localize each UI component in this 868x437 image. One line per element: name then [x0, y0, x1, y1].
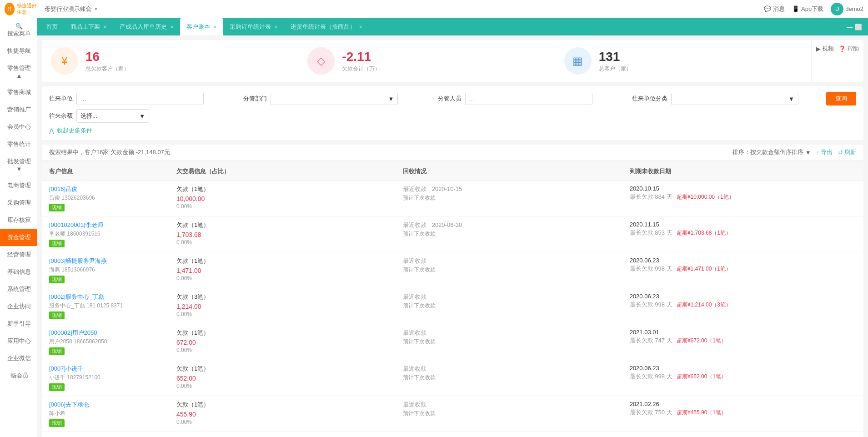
tab-purchase-order-stats-label: 采购订单统计表	[230, 23, 271, 31]
retail-mgmt-arrow-icon: ▲	[16, 72, 22, 79]
export-button[interactable]: ↑ 导出	[817, 148, 833, 156]
help-button[interactable]: ❓ 帮助	[838, 45, 859, 53]
filter-dept-select[interactable]: ▼	[271, 93, 398, 105]
last-collection-label-6: 最近收款	[403, 401, 426, 408]
overdue-days-3: 最长欠款 998 天 超期¥1,214.00（3笔）	[630, 301, 856, 309]
overdue-amount-1[interactable]: 超期¥1,703.68（1笔）	[677, 230, 731, 236]
overdue-amount-6[interactable]: 超期¥455.90（1笔）	[677, 409, 727, 416]
customer-name-2[interactable]: [0003]畅捷服务尹海燕	[49, 257, 176, 265]
sidebar-item-system[interactable]: 系统管理	[0, 281, 37, 298]
overdue-amount-5[interactable]: 超期¥652.00（1笔）	[677, 373, 727, 380]
last-collection-5: 最近收款	[403, 365, 629, 373]
filter-row-2: 往来余额 选择... ▼	[49, 109, 856, 123]
sidebar-item-quick-nav[interactable]: 快捷导航	[0, 42, 37, 60]
operations-label: 经营管理	[4, 251, 35, 259]
filter-collapse-icon: ⋀	[49, 127, 54, 134]
message-button[interactable]: 💬 消息	[764, 5, 785, 13]
tab-customer-ledger-close-icon[interactable]: ✕	[213, 25, 217, 30]
tab-product-listing[interactable]: 商品上下架 ✕	[64, 18, 113, 35]
last-collection-label-4: 最近收款	[403, 329, 426, 336]
customer-name-1[interactable]: [0001020001]李老师	[49, 221, 176, 229]
debt-ratio-5: 0.00%	[176, 383, 403, 389]
debt-count-5: 欠款（1笔）	[176, 365, 403, 373]
video-button[interactable]: ▶ 视频	[816, 45, 834, 53]
filter-category-select[interactable]: ▼	[671, 93, 798, 105]
tab-purchase-order-stats[interactable]: 采购订单统计表 ✕	[223, 18, 284, 35]
quick-nav-label: 快捷导航	[4, 47, 35, 55]
sidebar-item-retail-mall[interactable]: 零售商城	[0, 84, 37, 101]
debt-ratio-1: 0.00%	[176, 239, 403, 246]
customer-name-5[interactable]: [0007]小进千	[49, 365, 176, 373]
tab-production-history[interactable]: 产成品入库单历史 ✕	[113, 18, 180, 35]
sidebar-item-operations[interactable]: 经营管理	[0, 246, 37, 263]
next-collection-0: 预计下次收款	[403, 194, 629, 202]
debt-amount-0: 10,000.00	[176, 195, 403, 202]
help-label: 帮助	[847, 45, 859, 53]
tab-product-listing-close-icon[interactable]: ✕	[103, 25, 107, 30]
sidebar-item-wholesale-mgmt[interactable]: 批发管理 ▼	[0, 153, 37, 177]
due-cell-4: 2021.03.01 最长欠款 747 天 超期¥672.00（1笔）	[630, 329, 856, 345]
sidebar-item-search-menu[interactable]: 🔍 搜索菜单	[0, 18, 37, 42]
overdue-amount-0[interactable]: 超期¥10,000.00（1笔）	[677, 194, 734, 200]
overdue-amount-4[interactable]: 超期¥672.00（1笔）	[677, 337, 727, 344]
next-collection-3: 预计下次收款	[403, 302, 629, 310]
tab-minimize-icon[interactable]: —	[847, 24, 853, 30]
debt-amount-2: 1,471.00	[176, 267, 403, 274]
col-header-collection: 回收情况	[403, 167, 629, 176]
filter-person-input[interactable]: ...	[465, 93, 592, 105]
customer-name-3[interactable]: [0002]服务中心_丁磊	[49, 293, 176, 301]
total-debt-number: -2.11	[342, 50, 380, 64]
sidebar-item-ecommerce[interactable]: 电商管理	[0, 177, 37, 194]
customer-status-1: 现销	[49, 240, 65, 247]
tab-purchase-stats-by-product[interactable]: 进货单统计表（按商品） ✕	[284, 18, 369, 35]
overdue-amount-2[interactable]: 超期¥1,471.00（1笔）	[677, 266, 731, 272]
customer-contact-5: 小进千 18279152100	[49, 374, 176, 382]
summary-right-actions: ▶ 视频 ❓ 帮助	[812, 40, 863, 82]
sidebar-item-finance[interactable]: 资金管理	[0, 229, 37, 246]
tab-maximize-icon[interactable]: ⬜	[855, 24, 862, 30]
tab-purchase-order-stats-close-icon[interactable]: ✕	[274, 25, 278, 30]
search-icon: 🔍	[4, 23, 35, 30]
sidebar-item-app-center[interactable]: 应用中心	[0, 332, 37, 350]
results-info: 搜索结果中，客户16家 欠款金额 -21,148.07元	[49, 148, 170, 156]
collection-cell-1: 最近收款 2020-06-30 预计下次收款	[403, 221, 629, 239]
search-button[interactable]: 查询	[826, 92, 856, 105]
sidebar-item-wechat[interactable]: 企业微信	[0, 350, 37, 367]
filter-balance-select[interactable]: 选择... ▼	[76, 109, 149, 123]
sidebar-item-new-guide[interactable]: 新手引导	[0, 315, 37, 332]
filter-balance-label: 往来余额	[49, 112, 73, 120]
refresh-button[interactable]: ↺ 刷新	[838, 148, 856, 156]
sidebar-item-member-center[interactable]: 会员中心	[0, 118, 37, 136]
customer-name-4[interactable]: [000002]用户2050	[49, 329, 176, 337]
tab-customer-ledger[interactable]: 客户账本 ✕	[180, 18, 223, 35]
customer-name-6[interactable]: [0006]去下粮仓	[49, 401, 176, 409]
sidebar-item-retail-stats[interactable]: 零售统计	[0, 136, 37, 153]
sidebar-item-enterprise-collab[interactable]: 企业协同	[0, 298, 37, 315]
filter-dept-chevron-icon: ▼	[388, 95, 394, 102]
tab-home[interactable]: 首页	[40, 18, 64, 35]
store-selector[interactable]: 母婴行业演示账套 ▼	[45, 5, 98, 13]
debt-ratio-2: 0.00%	[176, 275, 403, 281]
next-collection-5: 预计下次收款	[403, 374, 629, 382]
video-label: 视频	[822, 45, 834, 53]
customer-name-0[interactable]: [0016]吕俊	[49, 185, 176, 193]
sidebar-item-chang-member[interactable]: 畅会员	[0, 367, 37, 384]
filter-collapse-btn[interactable]: ⋀ 收起更多条件	[49, 126, 856, 135]
app-download-button[interactable]: 📱 App下载	[792, 5, 823, 13]
sort-selector[interactable]: 排序：按欠款金额倒序排序 ▼	[733, 148, 811, 156]
sidebar-item-marketing[interactable]: 营销推广	[0, 101, 37, 118]
overdue-amount-3[interactable]: 超期¥1,214.00（3笔）	[677, 301, 731, 308]
retail-mall-label: 零售商城	[4, 88, 35, 96]
summary-card-total-debt: ◇ -2.11 欠款合计（万）	[298, 40, 555, 82]
next-collection-6: 预计下次收款	[403, 410, 629, 417]
filter-area: 往来单位 ... 分管部门 ▼	[42, 86, 863, 140]
user-menu[interactable]: D demo2	[831, 3, 863, 15]
tab-purchase-stats-close-icon[interactable]: ✕	[359, 25, 362, 30]
sidebar-item-retail-mgmt[interactable]: 零售管理 ▲	[0, 60, 37, 84]
sidebar-item-basic-info[interactable]: 基础信息	[0, 263, 37, 281]
sidebar-item-inventory[interactable]: 库存核算	[0, 211, 37, 229]
tab-production-history-close-icon[interactable]: ✕	[170, 25, 174, 30]
filter-vendor-input[interactable]: ...	[76, 93, 204, 105]
member-center-label: 会员中心	[4, 123, 35, 131]
sidebar-item-purchase[interactable]: 采购管理	[0, 194, 37, 211]
